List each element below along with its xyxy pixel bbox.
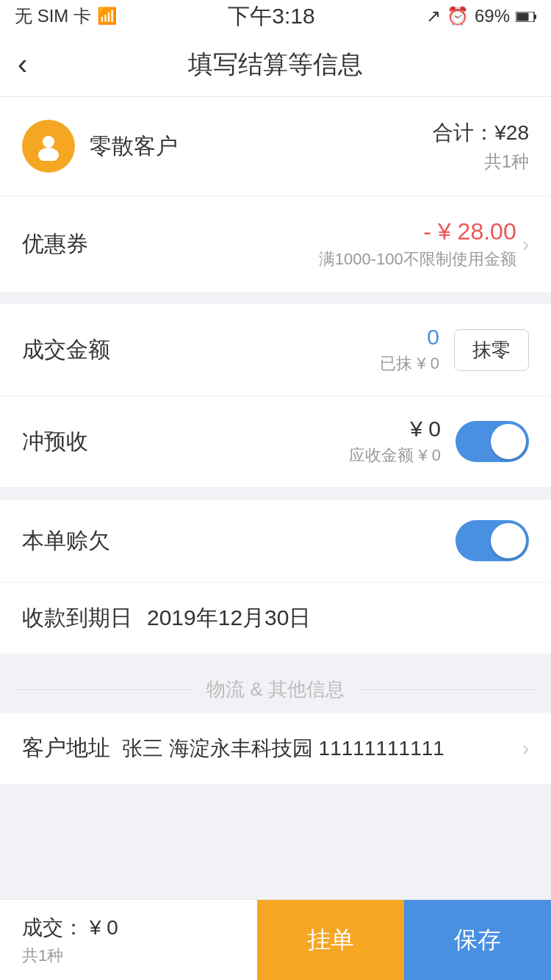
bottom-deal-amount: ¥ 0 xyxy=(90,916,118,940)
customer-avatar xyxy=(22,120,75,173)
deal-amount-right: 0 已抹 ¥ 0 抹零 xyxy=(380,325,529,375)
prepayment-group: ¥ 0 应收金额 ¥ 0 xyxy=(349,417,441,466)
bottom-info: 成交： ¥ 0 共1种 xyxy=(0,914,257,967)
customer-row: 零散客户 合计：¥28 共1种 xyxy=(0,97,551,195)
deal-section: 成交金额 0 已抹 ¥ 0 抹零 冲预收 ¥ 0 应收金额 ¥ 0 xyxy=(0,304,551,488)
status-bar-left: 无 SIM 卡 📶 xyxy=(15,4,117,28)
prepayment-toggle[interactable] xyxy=(455,421,529,462)
location-icon: ↗ xyxy=(426,6,441,26)
debt-toggle-track xyxy=(455,520,529,561)
prepayment-row: 冲预收 ¥ 0 应收金额 ¥ 0 xyxy=(0,396,551,488)
svg-rect-2 xyxy=(516,13,528,21)
customer-count: 共1种 xyxy=(433,150,529,173)
customer-right: 合计：¥28 共1种 xyxy=(433,119,529,173)
deal-amount-value: 0 xyxy=(380,325,439,350)
customer-name: 零散客户 xyxy=(90,131,178,162)
prepayment-right: ¥ 0 应收金额 ¥ 0 xyxy=(349,417,529,466)
debt-section: 本单赊欠 收款到期日 2019年12月30日 xyxy=(0,500,551,654)
debt-label: 本单赊欠 xyxy=(22,526,110,556)
prepayment-label: 冲预收 xyxy=(22,427,88,457)
prepayment-toggle-thumb xyxy=(491,424,526,459)
address-section: 客户地址 张三 海淀永丰科技园 11111111111 › xyxy=(0,713,551,784)
status-bar: 无 SIM 卡 📶 下午3:18 ↗ ⏰ 69% xyxy=(0,0,551,32)
deal-amount-group: 0 已抹 ¥ 0 xyxy=(380,325,439,375)
deal-amount-row: 成交金额 0 已抹 ¥ 0 抹零 xyxy=(0,304,551,396)
bottom-count: 共1种 xyxy=(22,945,257,967)
svg-point-4 xyxy=(38,148,59,161)
prepayment-toggle-track xyxy=(455,421,529,462)
deadline-row: 收款到期日 2019年12月30日 xyxy=(0,583,551,654)
back-button[interactable]: ‹ xyxy=(18,48,27,81)
round-zero-button[interactable]: 抹零 xyxy=(454,329,529,371)
svg-rect-1 xyxy=(534,15,536,19)
address-label: 客户地址 xyxy=(22,733,110,763)
nav-title: 填写结算等信息 xyxy=(188,48,363,82)
coupon-row[interactable]: 优惠券 - ¥ 28.00 满1000-100不限制使用金额 › xyxy=(0,195,551,292)
status-bar-time: 下午3:18 xyxy=(228,1,314,32)
bottom-deal-row: 成交： ¥ 0 xyxy=(22,914,257,942)
debt-toggle-thumb xyxy=(491,523,526,558)
content-area: 零散客户 合计：¥28 共1种 优惠券 - ¥ 28.00 满1000-100不… xyxy=(0,97,551,884)
deal-amount-label: 成交金额 xyxy=(22,335,110,365)
chevron-right-icon: › xyxy=(522,233,529,256)
status-bar-right: ↗ ⏰ 69% xyxy=(426,6,536,26)
divider-line-right xyxy=(359,689,536,690)
save-button[interactable]: 保存 xyxy=(404,900,551,981)
prepayment-value: ¥ 0 xyxy=(349,417,441,442)
hang-button[interactable]: 挂单 xyxy=(257,900,404,981)
coupon-label: 优惠券 xyxy=(22,229,88,259)
bottom-deal-label: 成交： xyxy=(22,914,84,942)
debt-toggle[interactable] xyxy=(455,520,529,561)
nav-bar: ‹ 填写结算等信息 xyxy=(0,32,551,97)
address-chevron-icon: › xyxy=(522,737,529,760)
no-sim-text: 无 SIM 卡 xyxy=(15,4,91,28)
deadline-label: 收款到期日 xyxy=(22,603,132,633)
address-row[interactable]: 客户地址 张三 海淀永丰科技园 11111111111 › xyxy=(0,713,551,784)
bottom-bar: 成交： ¥ 0 共1种 挂单 保存 xyxy=(0,899,551,980)
coupon-right-group: - ¥ 28.00 满1000-100不限制使用金额 xyxy=(319,218,516,270)
wifi-icon: 📶 xyxy=(97,7,117,26)
prepayment-sub: 应收金额 ¥ 0 xyxy=(349,444,441,466)
battery-percent: 69% xyxy=(475,6,510,26)
debt-right xyxy=(455,520,529,561)
section-divider: 物流 & 其他信息 xyxy=(0,666,551,713)
debt-row: 本单赊欠 xyxy=(0,500,551,583)
battery-icon xyxy=(516,6,536,26)
coupon-desc: 满1000-100不限制使用金额 xyxy=(319,248,516,270)
coupon-right: - ¥ 28.00 满1000-100不限制使用金额 › xyxy=(319,218,529,270)
section-divider-text: 物流 & 其他信息 xyxy=(206,677,345,702)
deal-amount-sub: 已抹 ¥ 0 xyxy=(380,353,439,375)
address-value: 张三 海淀永丰科技园 11111111111 xyxy=(122,735,522,763)
customer-left: 零散客户 xyxy=(22,120,178,173)
alarm-icon: ⏰ xyxy=(447,6,469,26)
coupon-amount: - ¥ 28.00 xyxy=(319,218,516,245)
svg-point-3 xyxy=(43,136,54,148)
divider-line-left xyxy=(15,689,192,690)
customer-total: 合计：¥28 xyxy=(433,119,529,147)
deadline-value: 2019年12月30日 xyxy=(147,603,311,633)
customer-section: 零散客户 合计：¥28 共1种 优惠券 - ¥ 28.00 满1000-100不… xyxy=(0,97,551,292)
